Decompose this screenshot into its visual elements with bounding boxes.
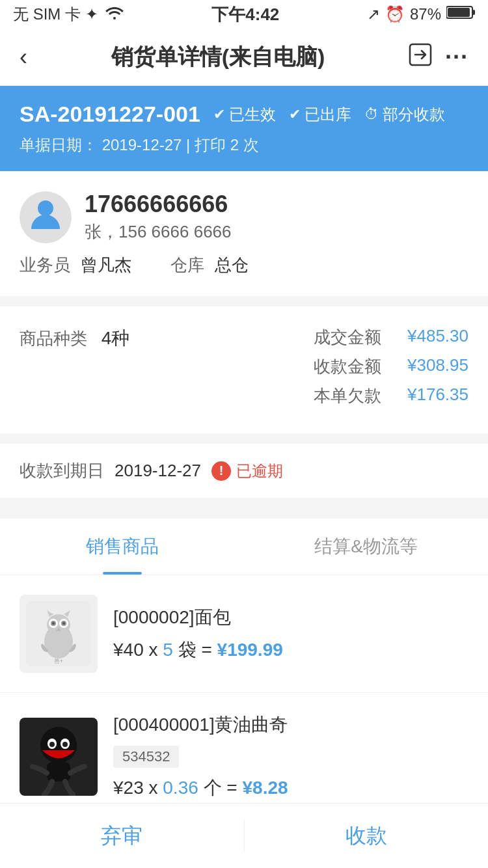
list-item: 兽+ [0000002]面包 ¥40 x 5 袋 = ¥199.99 [0, 575, 488, 693]
order-date: 2019-12-27 [102, 136, 182, 154]
svg-rect-2 [448, 8, 470, 17]
overdue-text: 已逾期 [236, 461, 283, 481]
product-price-1: ¥40 x 5 袋 = ¥199.99 [113, 638, 468, 662]
signal-text: 无 SIM 卡 ✦ [13, 4, 98, 25]
svg-point-22 [49, 742, 55, 747]
product-name-1: [0000002]面包 [113, 605, 468, 630]
tabs-section: 销售商品 结算&物流等 [0, 519, 488, 575]
wifi-icon [105, 5, 124, 23]
product-qty-1: 5 [163, 640, 173, 660]
product-name-2: [000400001]黄油曲奇 [113, 712, 468, 737]
nav-left[interactable]: ‹ [20, 44, 27, 71]
product-total-1: ¥199.99 [217, 640, 283, 660]
confirm-button[interactable]: 收款 [245, 809, 489, 863]
status-right: ↗ ⏰ 87% [367, 5, 475, 23]
status-effective: ✔ 已生效 [213, 104, 276, 125]
date-label: 单据日期： [20, 136, 98, 154]
bottom-bar: 弃审 收款 [0, 803, 488, 868]
customer-name: 张，156 6666 6666 [85, 221, 232, 243]
transaction-amount: ¥485.30 [407, 326, 468, 349]
sales-label: 业务员 [20, 254, 70, 277]
status-left: 无 SIM 卡 ✦ [13, 4, 124, 25]
svg-point-23 [62, 742, 68, 747]
summary-section: 商品种类 4种 成交金额 ¥485.30 收款金额 ¥308.95 本单欠款 ¥… [0, 306, 488, 433]
sales-person: 曾凡杰 [81, 254, 131, 277]
debt-amount: ¥176.35 [407, 385, 468, 407]
more-button[interactable]: ··· [445, 44, 468, 71]
received-label: 收款金额 [314, 355, 381, 378]
category-label: 商品种类 4种 [20, 326, 129, 351]
share-button[interactable] [409, 43, 432, 71]
battery-icon [446, 5, 475, 23]
received-amount: ¥308.95 [407, 355, 468, 378]
products-section: 兽+ [0000002]面包 ¥40 x 5 袋 = ¥199.99 [0, 575, 488, 821]
customer-meta: 业务员 曾凡杰 仓库 总仓 [20, 254, 468, 277]
print-info: | 打印 2 次 [186, 136, 259, 154]
product-info-1: [0000002]面包 ¥40 x 5 袋 = ¥199.99 [113, 605, 468, 662]
status-shipped: ✔ 已出库 [289, 104, 351, 125]
transaction-label: 成交金额 [314, 326, 381, 349]
battery-text: 87% [410, 5, 441, 23]
due-section: 收款到期日 2019-12-27 ! 已逾期 [0, 444, 488, 498]
debt-label: 本单欠款 [314, 385, 381, 407]
customer-phone: 17666666666 [85, 191, 232, 218]
nav-right[interactable]: ··· [409, 43, 468, 71]
nav-bar: ‹ 销货单详情(来自电脑) ··· [0, 29, 488, 86]
status-bar: 无 SIM 卡 ✦ 下午4:42 ↗ ⏰ 87% [0, 0, 488, 29]
svg-point-13 [62, 622, 65, 625]
due-label: 收款到期日 [20, 459, 104, 482]
product-tag-2: 534532 [113, 746, 179, 768]
svg-rect-24 [47, 762, 70, 781]
avatar [20, 191, 72, 243]
order-date-row: 单据日期： 2019-12-27 | 打印 2 次 [20, 135, 468, 156]
product-image-1: 兽+ [20, 595, 98, 673]
status-time: 下午4:42 [211, 3, 279, 26]
svg-text:兽+: 兽+ [54, 658, 63, 664]
svg-rect-1 [472, 10, 475, 15]
overdue-badge: ! 已逾期 [211, 461, 283, 481]
separator [0, 508, 488, 519]
page-title: 销货单详情(来自电脑) [111, 42, 325, 72]
svg-point-12 [52, 622, 55, 625]
alarm-icon: ⏰ [385, 5, 405, 23]
product-price-2: ¥23 x 0.36 个 = ¥8.28 [113, 776, 468, 800]
order-header: SA-20191227-001 ✔ 已生效 ✔ 已出库 ⏱ 部分收款 单据日期：… [0, 86, 488, 171]
cancel-button[interactable]: 弃审 [0, 809, 244, 863]
status-payment: ⏱ 部分收款 [364, 104, 445, 125]
warehouse-value: 总仓 [215, 254, 249, 277]
tab-products[interactable]: 销售商品 [0, 519, 244, 575]
due-date: 2019-12-27 [115, 461, 201, 481]
product-total-2: ¥8.28 [242, 778, 288, 798]
back-button[interactable]: ‹ [20, 44, 27, 71]
product-info-2: [000400001]黄油曲奇 534532 ¥23 x 0.36 个 = ¥8… [113, 712, 468, 800]
overdue-icon: ! [211, 461, 231, 481]
category-count: 4种 [102, 328, 130, 348]
svg-point-4 [38, 200, 53, 216]
product-image-2 [20, 718, 98, 796]
tab-settlement[interactable]: 结算&物流等 [244, 519, 488, 575]
order-id: SA-20191227-001 [20, 102, 200, 127]
avatar-icon [26, 194, 65, 240]
warehouse-label: 仓库 [170, 254, 204, 277]
customer-section: 17666666666 张，156 6666 6666 业务员 曾凡杰 仓库 总… [0, 171, 488, 296]
list-item: [000400001]黄油曲奇 534532 ¥23 x 0.36 个 = ¥8… [0, 693, 488, 821]
location-icon: ↗ [367, 5, 380, 23]
summary-amounts: 成交金额 ¥485.30 收款金额 ¥308.95 本单欠款 ¥176.35 [314, 326, 468, 414]
product-qty-2: 0.36 [163, 778, 198, 798]
